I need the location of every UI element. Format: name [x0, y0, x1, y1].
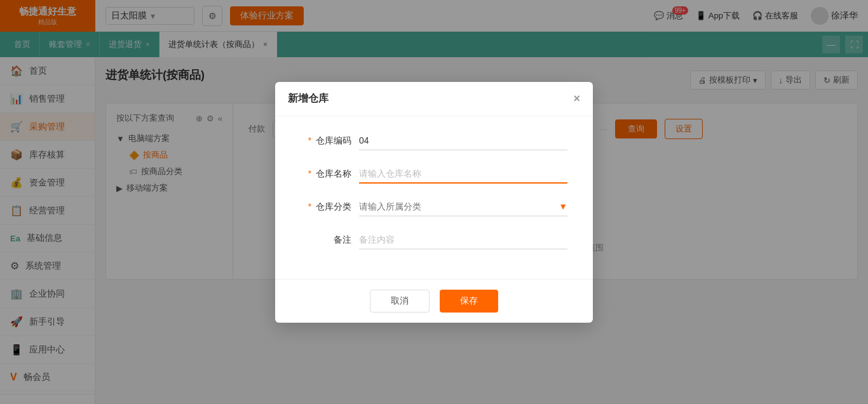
cancel-button[interactable]: 取消	[370, 290, 430, 313]
dialog-close-icon[interactable]: ×	[573, 92, 580, 105]
category-input[interactable]	[359, 201, 559, 212]
code-label: * 仓库编码	[301, 135, 351, 147]
category-label: * 仓库分类	[301, 201, 351, 213]
note-input[interactable]	[359, 231, 567, 250]
dialog-body: * 仓库编码 * 仓库名称 * 仓库分类	[275, 116, 593, 279]
code-input[interactable]	[359, 131, 567, 151]
form-row-code: * 仓库编码	[301, 131, 567, 151]
name-input[interactable]	[359, 165, 567, 184]
dialog-overlay: 新增仓库 × * 仓库编码 * 仓库名称	[0, 0, 868, 404]
required-star-category: *	[308, 201, 311, 212]
form-row-name: * 仓库名称	[301, 165, 567, 184]
note-label: 备注	[301, 234, 351, 246]
name-label: * 仓库名称	[301, 168, 351, 180]
required-star-code: *	[308, 135, 311, 145]
required-star-name: *	[308, 168, 311, 178]
new-warehouse-dialog: 新增仓库 × * 仓库编码 * 仓库名称	[275, 82, 593, 323]
dialog-title: 新增仓库	[288, 92, 329, 105]
form-row-note: 备注	[301, 231, 567, 250]
dialog-footer: 取消 保存	[275, 279, 593, 323]
dialog-header: 新增仓库 ×	[275, 82, 593, 116]
category-select-wrap: ▼	[359, 198, 567, 217]
form-row-category: * 仓库分类 ▼	[301, 198, 567, 217]
category-dropdown-icon[interactable]: ▼	[559, 201, 567, 212]
save-button[interactable]: 保存	[440, 290, 498, 313]
